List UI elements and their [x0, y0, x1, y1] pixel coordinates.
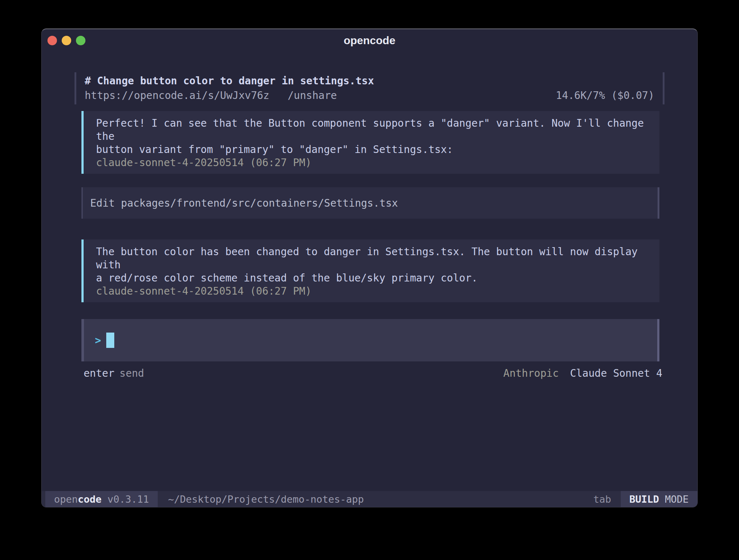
mode-suffix: MODE: [665, 494, 689, 505]
edit-tool-header: Edit packages/frontend/src/containers/Se…: [83, 187, 658, 219]
app-name-part: open: [54, 494, 78, 505]
titlebar: opencode: [42, 29, 697, 53]
enter-key-hint: enter: [84, 367, 114, 380]
token-usage-cost: 14.6K/7% ($0.07): [556, 88, 654, 103]
app-version-badge: opencode v0.3.11: [45, 491, 158, 507]
prompt-input[interactable]: >: [81, 319, 659, 361]
prompt-symbol: >: [95, 334, 101, 346]
edit-tool-block: Edit packages/frontend/src/containers/Se…: [81, 187, 659, 219]
text-cursor: [106, 333, 114, 348]
app-window: opencode # Change button color to danger…: [41, 28, 698, 507]
assistant-message: The button color has been changed to dan…: [81, 239, 659, 302]
mode-name: BUILD: [629, 494, 659, 505]
message-text-line: The button color has been changed to dan…: [96, 245, 647, 272]
message-model-meta: claude-sonnet-4-20250514 (06:27 PM): [96, 285, 647, 298]
send-action-hint: send: [119, 367, 144, 380]
share-header: # Change button color to danger in setti…: [74, 72, 665, 104]
provider-label: Anthropic: [503, 367, 559, 379]
message-text-line: a red/rose color scheme instead of the b…: [96, 272, 647, 285]
mode-toggle-badge[interactable]: BUILD MODE: [621, 491, 697, 507]
assistant-message: Perfect! I can see that the Button compo…: [81, 111, 659, 174]
session-title: # Change button color to danger in setti…: [85, 74, 654, 88]
unshare-command-label: /unshare: [288, 88, 337, 103]
tab-key-hint: tab: [593, 494, 611, 505]
model-name-label: Claude Sonnet 4: [570, 367, 662, 379]
app-name-part-bold: code: [78, 494, 102, 505]
window-title: opencode: [42, 34, 697, 47]
main-content: # Change button color to danger in setti…: [42, 53, 697, 491]
share-url-link[interactable]: https://opencode.ai/s/UwJxv76z: [85, 88, 269, 103]
edited-file-path: packages/frontend/src/containers/Setting…: [121, 197, 398, 209]
message-model-meta: claude-sonnet-4-20250514 (06:27 PM): [96, 156, 647, 169]
app-version: v0.3.11: [107, 494, 149, 505]
message-text-line: button variant from "primary" to "danger…: [96, 143, 647, 156]
message-text-line: Perfect! I can see that the Button compo…: [96, 117, 647, 143]
status-bar: opencode v0.3.11 ~/Desktop/Projects/demo…: [42, 491, 697, 507]
working-directory: ~/Desktop/Projects/demo-notes-app: [168, 494, 364, 505]
tool-action-label: Edit: [90, 197, 115, 209]
hint-row: enter send Anthropic Claude Sonnet 4: [74, 367, 665, 380]
